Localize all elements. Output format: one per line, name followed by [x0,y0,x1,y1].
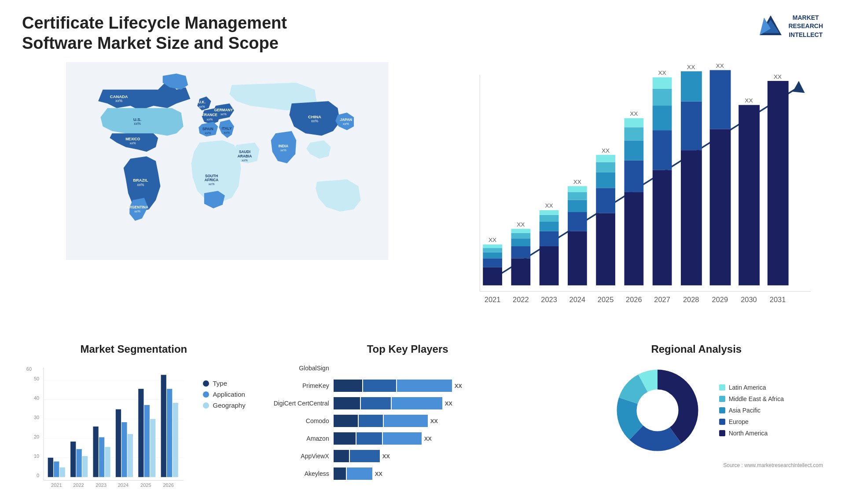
svg-rect-118 [54,462,59,477]
svg-rect-56 [540,210,559,215]
svg-rect-71 [625,161,644,192]
na-dot [719,430,725,436]
svg-rect-70 [625,192,644,285]
svg-text:CANADA: CANADA [110,94,128,99]
svg-text:50: 50 [34,376,39,381]
players-section: Top Key Players GlobalSign PrimeKey [259,343,557,493]
svg-rect-77 [653,130,672,170]
logo-area: MARKETRESEARCHINTELLECT [757,13,823,40]
svg-text:XX: XX [573,179,581,185]
segmentation-section: Market Segmentation 0 10 20 30 40 50 [22,343,246,493]
svg-text:XX: XX [658,70,666,77]
europe-label: Europe [729,418,749,425]
regional-section: Regional Analysis [570,343,823,493]
legend-type: Type [203,380,245,387]
svg-rect-44 [483,245,503,248]
svg-text:2026: 2026 [163,482,174,488]
player-val: XX [430,418,438,424]
player-akeyless: Akeyless XX [259,467,557,480]
svg-text:xx%: xx% [220,113,227,117]
svg-text:2024: 2024 [569,296,585,303]
svg-text:XX: XX [545,203,553,209]
svg-rect-52 [540,246,559,285]
svg-text:0: 0 [37,473,39,478]
svg-text:XX: XX [602,147,610,154]
map-section: CANADA xx% U.S. xx% MEXICO xx% BRAZIL xx… [22,62,432,334]
legend-north-america: North America [719,430,784,437]
svg-text:2028: 2028 [683,296,699,303]
svg-rect-53 [540,231,559,246]
player-name: AppViewX [259,453,329,460]
svg-text:xx%: xx% [130,142,136,146]
bottom-section: Market Segmentation 0 10 20 30 40 50 [22,343,823,493]
svg-text:xx%: xx% [343,122,349,126]
legend-application: Application [203,391,245,398]
svg-text:xx%: xx% [137,183,144,187]
svg-rect-134 [173,403,178,477]
svg-rect-84 [681,71,702,101]
svg-text:ARABIA: ARABIA [238,154,252,158]
svg-text:xx%: xx% [134,122,141,126]
svg-rect-58 [568,231,587,285]
svg-rect-127 [121,422,127,477]
svg-text:2029: 2029 [712,296,728,303]
page-title: Certificate Lifecycle Management Softwar… [22,13,330,53]
svg-text:2024: 2024 [118,482,129,488]
segmentation-chart: 0 10 20 30 40 50 [22,362,194,504]
legend-mea: Middle East & Africa [719,395,784,402]
svg-point-147 [640,393,675,428]
source-text: Source : www.marketresearchintellect.com [570,462,823,468]
donut-chart [609,362,706,459]
svg-rect-41 [483,259,503,268]
svg-rect-121 [77,449,82,478]
page-header: Certificate Lifecycle Management Softwar… [22,13,823,53]
svg-text:2023: 2023 [96,482,107,488]
svg-text:2023: 2023 [541,296,557,303]
player-appviewx: AppViewX XX [259,450,557,462]
player-name: PrimeKey [259,382,329,389]
svg-rect-61 [568,192,587,200]
svg-rect-130 [144,405,150,477]
svg-text:XX: XX [517,221,525,228]
svg-text:FRANCE: FRANCE [202,113,217,117]
svg-text:2027: 2027 [654,296,670,303]
svg-rect-80 [653,77,672,89]
type-dot [203,380,209,387]
donut-chart-wrap: Latin America Middle East & Africa Asia … [570,362,823,459]
svg-rect-66 [596,172,616,188]
svg-text:2021: 2021 [51,482,62,488]
geography-dot [203,402,209,409]
player-digicert: DigiCert CertCentral XX [259,397,557,409]
top-section: CANADA xx% U.S. xx% MEXICO xx% BRAZIL xx… [22,62,823,334]
regional-legend: Latin America Middle East & Africa Asia … [719,384,784,437]
svg-rect-48 [511,238,531,246]
world-map: CANADA xx% U.S. xx% MEXICO xx% BRAZIL xx… [22,62,432,260]
svg-rect-67 [596,162,616,172]
svg-text:U.K.: U.K. [198,100,206,104]
player-name: GlobalSign [259,365,329,372]
asia-label: Asia Pacific [729,407,760,414]
players-title: Top Key Players [259,343,557,355]
svg-text:xx%: xx% [242,158,248,162]
svg-rect-124 [99,438,104,478]
svg-rect-125 [105,447,110,478]
svg-text:SPAIN: SPAIN [202,127,213,131]
svg-text:2025: 2025 [140,482,151,488]
svg-text:2021: 2021 [485,296,500,303]
geography-label: Geography [213,402,245,409]
svg-text:xx%: xx% [224,131,230,135]
svg-text:2031: 2031 [770,296,786,303]
svg-rect-76 [653,170,672,285]
player-comodo: Comodo XX [259,415,557,427]
svg-text:2022: 2022 [513,296,529,303]
asia-dot [719,407,725,413]
player-name: Akeyless [259,470,329,477]
logo-icon [757,13,784,40]
svg-rect-131 [150,419,155,477]
svg-rect-49 [511,233,531,238]
svg-text:U.S.: U.S. [133,117,141,122]
svg-rect-40 [483,267,503,285]
svg-rect-43 [483,248,503,252]
svg-rect-89 [739,105,760,285]
latin-label: Latin America [729,384,766,391]
